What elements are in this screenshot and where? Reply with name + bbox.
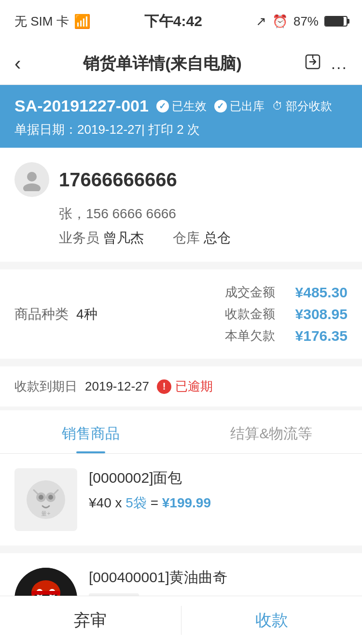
received-amount-row: 收款金额 ¥308.95 [225, 306, 348, 322]
more-icon[interactable]: ... [331, 54, 348, 73]
share-icon[interactable] [304, 53, 321, 74]
svg-point-6 [39, 495, 43, 500]
product-info-1: [0000002]面包 ¥40 x 5袋 = ¥199.99 [89, 468, 348, 512]
deal-amount: ¥485.30 [285, 284, 348, 301]
customer-phone: 17666666666 [59, 169, 177, 191]
amount-info: 成交金额 ¥485.30 收款金额 ¥308.95 本单欠款 ¥176.35 [225, 284, 348, 344]
customer-section: 17666666666 张，156 6666 6666 业务员 曾凡杰 仓库 总… [0, 148, 362, 262]
badge-active: ✓ 已生效 [156, 98, 207, 114]
overdue-badge: ! 已逾期 [157, 378, 213, 395]
svg-rect-16 [31, 591, 60, 595]
salesperson-item: 业务员 曾凡杰 [59, 229, 144, 247]
warehouse-item: 仓库 总仓 [173, 229, 231, 247]
nav-actions: ... [304, 53, 348, 74]
clock-icon: ⏱ [272, 100, 283, 112]
customer-meta: 业务员 曾凡杰 仓库 总仓 [14, 229, 348, 247]
order-id-row: SA-20191227-001 ✓ 已生效 ✓ 已出库 ⏱ 部分收款 [14, 97, 348, 115]
avatar [14, 162, 49, 197]
summary-section: 商品种类 4种 成交金额 ¥485.30 收款金额 ¥308.95 本单欠款 ¥… [0, 269, 362, 359]
status-bar: 无 SIM 卡 📶 下午4:42 ↗ ⏰ 87% [0, 0, 362, 42]
battery-indicator [324, 16, 348, 27]
product-price-1: ¥40 x 5袋 = ¥199.99 [89, 494, 348, 512]
tabs-section: 销售商品 结算&物流等 [0, 410, 362, 454]
status-left: 无 SIM 卡 📶 [14, 13, 91, 30]
battery-percent: 87% [293, 14, 319, 29]
svg-point-2 [23, 183, 41, 191]
check-icon-2: ✓ [214, 100, 227, 112]
bottom-bar: 弃审 收款 [0, 596, 362, 644]
svg-point-1 [27, 172, 37, 182]
svg-point-7 [48, 495, 53, 500]
order-banner: SA-20191227-001 ✓ 已生效 ✓ 已出库 ⏱ 部分收款 单据日期：… [0, 85, 362, 148]
product-thumb-1: 量+ [14, 468, 77, 531]
cancel-button[interactable]: 弃审 [0, 596, 181, 644]
badge-shipped: ✓ 已出库 [214, 98, 265, 114]
product-name-2: [000400001]黄油曲奇 [89, 568, 348, 588]
status-right: ↗ ⏰ 87% [256, 14, 348, 29]
overdue-icon: ! [157, 379, 171, 394]
due-date-section: 收款到期日 2019-12-27 ! 已逾期 [0, 366, 362, 406]
deal-amount-row: 成交金额 ¥485.30 [225, 284, 348, 301]
owed-amount: ¥176.35 [285, 328, 348, 344]
nav-bar: ‹ 销货单详情(来自电脑) ... [0, 42, 362, 85]
tab-products[interactable]: 销售商品 [0, 410, 181, 453]
status-time: 下午4:42 [144, 12, 202, 31]
badge-partial: ⏱ 部分收款 [272, 98, 332, 114]
received-amount: ¥308.95 [285, 306, 348, 322]
owed-amount-row: 本单欠款 ¥176.35 [225, 327, 348, 344]
page-title: 销货单详情(来自电脑) [83, 53, 242, 75]
tab-settlement[interactable]: 结算&物流等 [181, 410, 362, 453]
location-icon: ↗ [256, 14, 266, 29]
carrier-label: 无 SIM 卡 [14, 13, 69, 30]
product-type-info: 商品种类 4种 [14, 284, 97, 344]
customer-name: 张，156 6666 6666 [14, 205, 348, 223]
product-name-1: [0000002]面包 [89, 468, 348, 488]
svg-text:量+: 量+ [41, 510, 50, 517]
back-button[interactable]: ‹ [14, 53, 21, 74]
confirm-button[interactable]: 收款 [181, 596, 362, 644]
tabs-row: 销售商品 结算&物流等 [0, 410, 362, 453]
customer-row: 17666666666 [14, 162, 348, 197]
wifi-icon: 📶 [74, 14, 91, 29]
product-item: 量+ [0000002]面包 ¥40 x 5袋 = ¥199.99 [0, 454, 362, 546]
banner-date: 单据日期：2019-12-27| 打印 2 次 [14, 121, 348, 138]
order-id: SA-20191227-001 [14, 97, 149, 115]
check-icon-1: ✓ [156, 100, 169, 112]
alarm-icon: ⏰ [272, 14, 288, 29]
